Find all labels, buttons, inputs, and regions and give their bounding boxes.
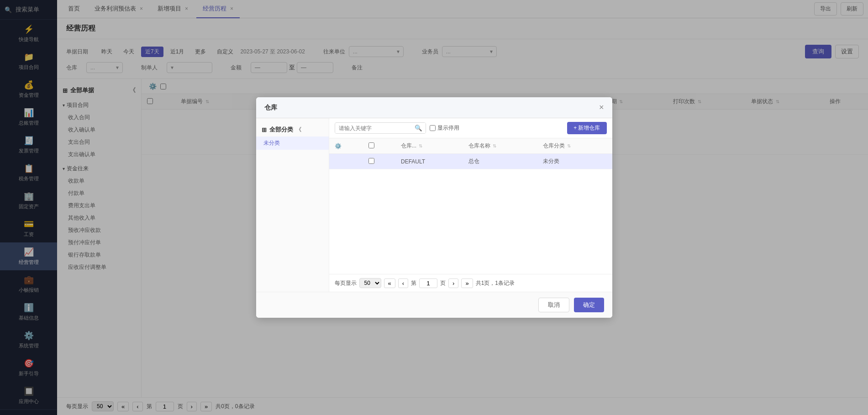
modal-table-header-row: ⚙️ 仓库... ⇅ 仓库名称 ⇅ [329,138,612,154]
modal-header-checkbox[interactable] [368,142,374,148]
row-category: 未分类 [537,154,612,169]
settings-icon-modal[interactable]: ⚙️ [335,143,342,149]
modal-per-page-select[interactable]: 50 [359,278,381,288]
modal-first-page-btn[interactable]: « [384,278,395,288]
modal-col-name: 仓库名称 ⇅ [463,138,537,154]
row-checkbox [363,154,395,169]
row-code: DEFAULT [395,154,463,169]
row-checkbox-input[interactable] [368,158,374,164]
modal-toolbar: 🔍 显示停用 + 新增仓库 [329,118,612,138]
modal-body: ⊞ 全部分类 《 未分类 🔍 显示停用 [256,118,612,292]
modal-page-input[interactable] [419,278,437,288]
modal-page-label-post: 页 [440,279,446,287]
modal-next-page-btn[interactable]: › [448,278,458,288]
modal-table-row[interactable]: DEFAULT 总仓 未分类 [329,154,612,169]
show-disabled-checkbox[interactable] [430,125,436,131]
modal-table: ⚙️ 仓库... ⇅ 仓库名称 ⇅ [329,138,612,169]
modal-left-nav: ⊞ 全部分类 《 未分类 [256,118,329,292]
modal-per-page-label: 每页显示 [335,279,357,287]
modal-last-page-btn[interactable]: » [461,278,473,288]
modal-page-label-pre: 第 [411,279,416,287]
modal-col-settings: ⚙️ [329,138,363,154]
modal-col-category: 仓库分类 ⇅ [537,138,612,154]
row-settings [329,154,363,169]
modal-search-box: 🔍 [335,122,426,134]
modal-table-area: ⚙️ 仓库... ⇅ 仓库名称 ⇅ [329,138,612,274]
modal-footer: 取消 确定 [256,292,612,318]
modal-header: 仓库 × [256,97,612,118]
add-warehouse-button[interactable]: + 新增仓库 [567,122,606,134]
grid-icon-modal: ⊞ [262,126,267,133]
modal-col-code: 仓库... ⇅ [395,138,463,154]
warehouse-modal: 仓库 × ⊞ 全部分类 《 未分类 [256,97,612,318]
modal-left-nav-title: 全部分类 [269,126,293,134]
modal-left-header[interactable]: ⊞ 全部分类 《 [256,123,329,137]
cancel-button[interactable]: 取消 [538,298,569,312]
show-disabled-label[interactable]: 显示停用 [430,124,459,132]
modal-collapse-btn[interactable]: 《 [296,126,301,134]
modal-nav-item-uncategorized[interactable]: 未分类 [256,137,329,150]
confirm-button[interactable]: 确定 [574,298,604,312]
modal-search-input[interactable] [335,123,411,133]
modal-prev-page-btn[interactable]: ‹ [398,278,408,288]
modal-overlay: 仓库 × ⊞ 全部分类 《 未分类 [0,0,868,415]
modal-right: 🔍 显示停用 + 新增仓库 ⚙️ [329,118,612,292]
row-name: 总仓 [463,154,537,169]
modal-close-btn[interactable]: × [599,103,604,112]
modal-total-label: 共1页，1条记录 [476,279,515,287]
modal-search-button[interactable]: 🔍 [411,123,426,133]
modal-col-checkbox [363,138,395,154]
modal-title: 仓库 [264,104,277,112]
modal-pagination: 每页显示 50 « ‹ 第 页 › » 共1页，1条记录 [329,274,612,292]
